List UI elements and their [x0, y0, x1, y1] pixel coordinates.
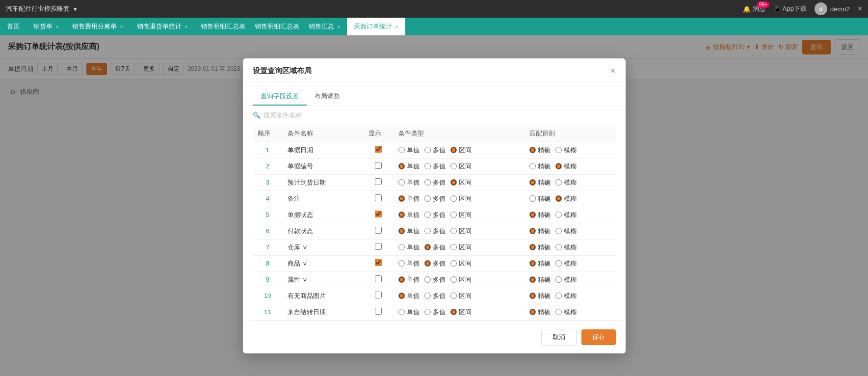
tab-sales[interactable]: 销货单 × [26, 18, 65, 35]
display-checkbox[interactable] [375, 162, 382, 169]
type-radio-item[interactable]: 区间 [450, 292, 472, 300]
tab-sales-close[interactable]: × [55, 24, 58, 29]
display-checkbox[interactable] [375, 292, 382, 298]
search-input[interactable] [263, 111, 352, 119]
match-radio-item[interactable]: 精确 [529, 243, 551, 252]
type-radio-item[interactable]: 区间 [450, 178, 472, 187]
save-button[interactable]: 保存 [581, 329, 616, 345]
dialog-table: 顺序 条件名称 显示 条件类型 匹配原则 1单据日期单值多值区间精确模糊2单据编… [253, 125, 616, 321]
match-radio-item[interactable]: 精确 [529, 292, 551, 300]
type-radio-item[interactable]: 区间 [450, 308, 472, 317]
tab-5[interactable]: 销售明细汇总表 × [248, 18, 302, 35]
tab-7[interactable]: 采购订单统计 × [347, 18, 405, 35]
type-radio-item[interactable]: 多值 [424, 211, 446, 219]
match-radio-item[interactable]: 精确 [529, 162, 551, 171]
tab-4[interactable]: 销售明细汇总表 × [194, 18, 248, 35]
download-icon: 📱 [773, 5, 781, 12]
type-radio-item[interactable]: 单值 [398, 146, 420, 155]
match-radio-item[interactable]: 模糊 [555, 227, 577, 236]
tab-6-close[interactable]: × [337, 24, 340, 29]
type-radio-item[interactable]: 单值 [398, 211, 420, 219]
tab-sales-return-close[interactable]: × [184, 24, 187, 29]
topbar-close-button[interactable]: × [858, 4, 862, 13]
display-checkbox[interactable] [375, 211, 382, 217]
match-radio-item[interactable]: 模糊 [555, 259, 577, 268]
match-radio-item[interactable]: 模糊 [555, 146, 577, 155]
match-radio-item[interactable]: 精确 [529, 275, 551, 284]
match-radio-item[interactable]: 精确 [529, 259, 551, 268]
type-radio-item[interactable]: 单值 [398, 227, 420, 236]
display-checkbox[interactable] [375, 243, 382, 250]
match-radio-item[interactable]: 精确 [529, 308, 551, 317]
table-row: 4备注单值多值区间精确模糊 [253, 190, 616, 207]
type-radio-item[interactable]: 区间 [450, 259, 472, 268]
type-radio-item[interactable]: 多值 [424, 227, 446, 236]
type-radio-item[interactable]: 多值 [424, 275, 446, 284]
type-radio-item[interactable]: 区间 [450, 162, 472, 171]
type-radio-item[interactable]: 区间 [450, 227, 472, 236]
tab-layout[interactable]: 布局调整 [307, 88, 348, 106]
match-radio-item[interactable]: 精确 [529, 211, 551, 219]
type-radio-item[interactable]: 多值 [424, 308, 446, 317]
app-download-area[interactable]: 📱 App下载 [773, 4, 807, 13]
display-checkbox[interactable] [375, 275, 382, 282]
display-checkbox[interactable] [375, 308, 382, 315]
type-radio-item[interactable]: 单值 [398, 275, 420, 284]
type-radio-item[interactable]: 单值 [398, 194, 420, 203]
match-radio-item[interactable]: 精确 [529, 178, 551, 187]
type-radio-item[interactable]: 单值 [398, 162, 420, 171]
type-radio-item[interactable]: 多值 [424, 162, 446, 171]
match-radio-item[interactable]: 模糊 [555, 178, 577, 187]
tab-sales-expense[interactable]: 销售费用分摊单 × [65, 18, 130, 35]
tab-sales-expense-close[interactable]: × [120, 24, 123, 29]
type-radio-item[interactable]: 多值 [424, 243, 446, 252]
display-checkbox[interactable] [375, 178, 382, 185]
user-area[interactable]: d demo2 [815, 2, 850, 15]
display-checkbox[interactable] [375, 259, 382, 266]
match-radio-item[interactable]: 模糊 [555, 308, 577, 317]
row-order: 4 [253, 190, 283, 207]
type-radio-item[interactable]: 单值 [398, 243, 420, 252]
display-checkbox[interactable] [375, 194, 382, 201]
match-radio-item[interactable]: 模糊 [555, 275, 577, 284]
tab-query-fields[interactable]: 查询字段设置 [253, 88, 307, 106]
cancel-button[interactable]: 取消 [541, 329, 577, 346]
display-checkbox[interactable] [375, 146, 382, 153]
match-radio-item[interactable]: 模糊 [555, 162, 577, 171]
tab-sales-return[interactable]: 销售退货单统计 × [130, 18, 194, 35]
match-radio-item[interactable]: 模糊 [555, 243, 577, 252]
display-checkbox[interactable] [375, 227, 382, 234]
row-name: 属性 ∨ [283, 271, 363, 288]
match-radio-item[interactable]: 模糊 [555, 292, 577, 300]
tab-home[interactable]: 首页 [0, 18, 26, 35]
match-radio-item[interactable]: 精确 [529, 146, 551, 155]
type-radio-item[interactable]: 区间 [450, 275, 472, 284]
notification-area[interactable]: 🔔 消息 99+ [743, 4, 765, 13]
type-radio-item[interactable]: 单值 [398, 259, 420, 268]
row-display [364, 190, 394, 207]
match-radio-item[interactable]: 模糊 [555, 194, 577, 203]
type-radio-item[interactable]: 多值 [424, 194, 446, 203]
type-radio-item[interactable]: 单值 [398, 178, 420, 187]
match-radio-item[interactable]: 精确 [529, 194, 551, 203]
type-radio-item[interactable]: 区间 [450, 211, 472, 219]
tab-bar: 首页 销货单 × 销售费用分摊单 × 销售退货单统计 × 销售明细汇总表 × 销… [0, 18, 868, 35]
row-name: 来自结转日期 [283, 304, 363, 320]
row-type: 单值多值区间 [394, 304, 525, 320]
type-radio-item[interactable]: 多值 [424, 259, 446, 268]
type-radio-item[interactable]: 区间 [450, 243, 472, 252]
type-radio-item[interactable]: 单值 [398, 308, 420, 317]
tab-6[interactable]: 销售汇总 × [302, 18, 347, 35]
dialog-footer: 取消 保存 [243, 321, 626, 353]
type-radio-item[interactable]: 多值 [424, 178, 446, 187]
match-radio-item[interactable]: 模糊 [555, 211, 577, 219]
type-radio-item[interactable]: 区间 [450, 194, 472, 203]
type-radio-item[interactable]: 区间 [450, 146, 472, 155]
tab-7-close[interactable]: × [395, 24, 398, 29]
match-radio-item[interactable]: 精确 [529, 227, 551, 236]
type-radio-item[interactable]: 单值 [398, 292, 420, 300]
type-radio-item[interactable]: 多值 [424, 292, 446, 300]
type-radio-item[interactable]: 多值 [424, 146, 446, 155]
tab-query-fields-label: 查询字段设置 [261, 92, 299, 100]
dialog-close-button[interactable]: × [610, 66, 616, 75]
